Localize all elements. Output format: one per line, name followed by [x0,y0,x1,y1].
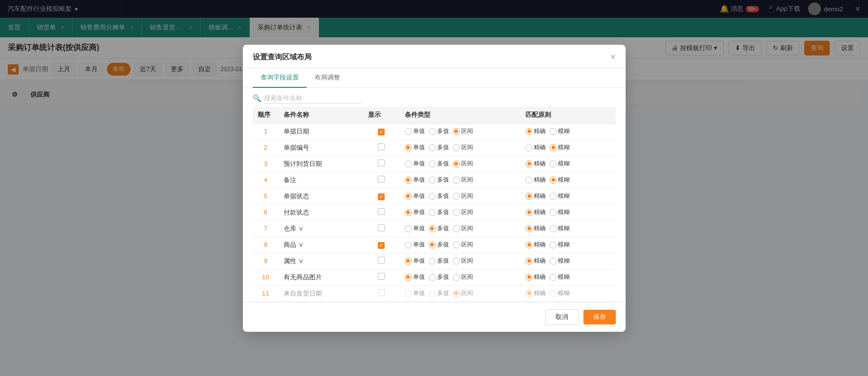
type-radio-type_range[interactable]: 区间 [453,143,473,152]
type-radio-type_range[interactable]: 区间 [453,160,473,168]
row-display-checkbox[interactable] [363,285,400,301]
type-radio-type_single[interactable]: 单值 [405,257,425,265]
type-radio-type_multi[interactable]: 多值 [429,127,449,135]
type-radio-type_single[interactable]: 单值 [405,176,425,184]
row-display-checkbox[interactable] [363,123,400,139]
row-display-checkbox[interactable] [363,253,400,269]
match-radio-match_exact[interactable]: 精确 [526,224,546,233]
row-display-checkbox[interactable] [363,269,400,285]
type-radio-type_multi[interactable]: 多值 [429,224,449,233]
display-checkbox-box[interactable] [378,160,385,166]
radio-circle [429,290,436,297]
type-radio-type_range[interactable]: 区间 [453,176,473,184]
radio-circle [550,242,556,248]
type-radio-type_range[interactable]: 区间 [453,257,473,265]
type-radio-type_range[interactable]: 区间 [453,241,473,249]
type-radio-type_multi[interactable]: 多值 [429,143,449,152]
match-radio-match_exact[interactable]: 精确 [526,241,546,249]
row-display-checkbox[interactable] [363,204,400,220]
match-radio-match_fuzzy[interactable]: 模糊 [550,143,570,152]
match-radio-match_fuzzy[interactable]: 模糊 [550,160,570,168]
save-button[interactable]: 保存 [583,310,616,324]
dialog-tabs: 查询字段设置 布局调整 [243,68,626,88]
display-checkbox-box[interactable] [378,242,385,249]
type-radio-type_single[interactable]: 单值 [405,273,425,281]
row-display-checkbox[interactable] [363,139,400,156]
row-match-radios: 精确模糊 [521,188,615,204]
type-radio-type_multi[interactable]: 多值 [429,208,449,216]
type-radio-type_range[interactable]: 区间 [453,192,473,200]
row-type-radios: 单值多值区间 [400,253,521,269]
table-row: 1单据日期单值多值区间精确模糊 [253,123,616,139]
display-checkbox-box[interactable] [378,224,385,231]
match-radio-match_fuzzy[interactable]: 模糊 [550,192,570,200]
row-display-checkbox[interactable] [363,156,400,172]
type-radio-type_single[interactable]: 单值 [405,160,425,168]
type-radio-type_single[interactable]: 单值 [405,224,425,233]
type-radio-type_single[interactable]: 单值 [405,192,425,200]
row-match-radios: 精确模糊 [521,139,615,156]
type-radio-type_multi[interactable]: 多值 [429,176,449,184]
type-radio-type_single[interactable]: 单值 [405,143,425,152]
type-radio-type_multi[interactable]: 多值 [429,160,449,168]
cancel-button[interactable]: 取消 [545,309,579,325]
match-radio-match_fuzzy[interactable]: 模糊 [550,257,570,265]
display-checkbox-box[interactable] [378,208,385,215]
match-radio-match_exact[interactable]: 精确 [526,127,546,135]
display-checkbox-box[interactable] [378,257,385,264]
match-radio-match_exact[interactable]: 精确 [526,160,546,168]
tab-layout[interactable]: 布局调整 [307,68,348,88]
display-checkbox-box[interactable] [378,143,385,150]
type-radio-type_range[interactable]: 区间 [453,224,473,233]
row-display-checkbox[interactable] [363,188,400,204]
radio-circle [453,242,460,248]
display-checkbox-box[interactable] [378,289,385,296]
search-input[interactable] [264,93,362,104]
row-match-radios: 精确模糊 [521,237,615,253]
dialog-close-btn[interactable]: × [610,53,616,61]
type-radio-type_range[interactable]: 区间 [453,127,473,135]
display-checkbox-box[interactable] [378,129,385,135]
type-radio-type_multi[interactable]: 多值 [429,241,449,249]
type-radio-type_multi[interactable]: 多值 [429,257,449,265]
type-radio-type_multi[interactable]: 多值 [429,289,449,297]
display-checkbox-box[interactable] [378,193,385,200]
row-match-radios: 精确模糊 [521,220,615,237]
match-radio-match_fuzzy[interactable]: 模糊 [550,176,570,184]
radio-circle [405,258,412,265]
type-radio-type_single[interactable]: 单值 [405,127,425,135]
type-radio-type_single[interactable]: 单值 [405,289,425,297]
type-radio-type_single[interactable]: 单值 [405,208,425,216]
match-radio-match_fuzzy[interactable]: 模糊 [550,127,570,135]
tab-query-fields[interactable]: 查询字段设置 [253,68,307,88]
type-radio-type_range[interactable]: 区间 [453,208,473,216]
type-radio-type_range[interactable]: 区间 [453,289,473,297]
display-checkbox-box[interactable] [378,176,385,183]
radio-circle [550,161,556,167]
type-radio-type_multi[interactable]: 多值 [429,192,449,200]
row-display-checkbox[interactable] [363,172,400,188]
radio-circle [405,128,412,135]
row-display-checkbox[interactable] [363,237,400,253]
type-radio-type_multi[interactable]: 多值 [429,273,449,281]
match-radio-match_exact[interactable]: 精确 [526,143,546,152]
match-radio-match_fuzzy[interactable]: 模糊 [550,241,570,249]
row-match-radios: 精确模糊 [521,123,615,139]
type-radio-type_range[interactable]: 区间 [453,273,473,281]
radio-circle [405,161,412,167]
match-radio-match_exact[interactable]: 精确 [526,289,546,297]
match-radio-match_exact[interactable]: 精确 [526,273,546,281]
table-row: 2单据编号单值多值区间精确模糊 [253,139,616,156]
match-radio-match_exact[interactable]: 精确 [526,208,546,216]
match-radio-match_fuzzy[interactable]: 模糊 [550,208,570,216]
radio-circle [526,209,532,216]
match-radio-match_fuzzy[interactable]: 模糊 [550,224,570,233]
type-radio-type_single[interactable]: 单值 [405,241,425,249]
match-radio-match_exact[interactable]: 精确 [526,192,546,200]
match-radio-match_fuzzy[interactable]: 模糊 [550,289,570,297]
display-checkbox-box[interactable] [378,273,385,280]
row-display-checkbox[interactable] [363,220,400,237]
match-radio-match_exact[interactable]: 精确 [526,257,546,265]
match-radio-match_fuzzy[interactable]: 模糊 [550,273,570,281]
match-radio-match_exact[interactable]: 精确 [526,176,546,184]
